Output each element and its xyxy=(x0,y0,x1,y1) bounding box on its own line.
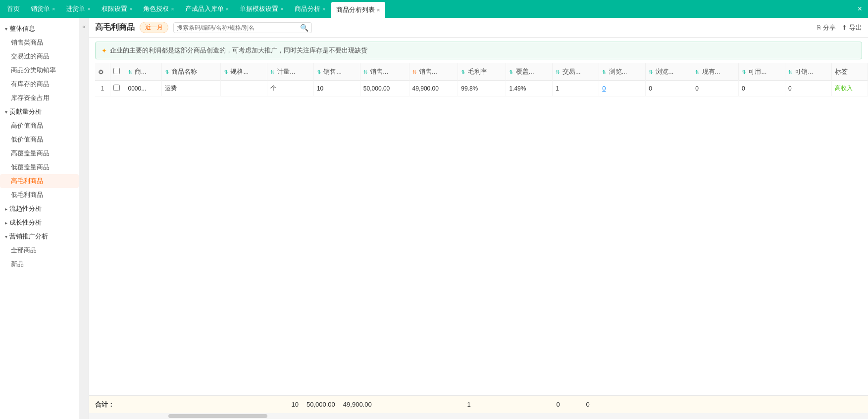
col-header-gross-margin[interactable]: ⇅ 毛利率 xyxy=(458,63,506,81)
sort-icon: ⇅ xyxy=(128,69,132,75)
footer-trade-times: 1 xyxy=(445,401,475,408)
sort-icon: ⇅ xyxy=(224,69,228,75)
sort-icon: ⇅ xyxy=(270,69,274,75)
col-header-current-stock[interactable]: ⇅ 现有... xyxy=(692,63,739,81)
sidebar-item-high-margin[interactable]: 高毛利商品 xyxy=(0,174,79,188)
tab-product-analysis-list[interactable]: 商品分析列表 × xyxy=(331,2,385,18)
info-banner: ✦ 企业的主要的利润都是这部分商品创造的，可考虑加大推广，同时关注库存是不要出现… xyxy=(95,42,862,59)
col-header-browse2[interactable]: ⇅ 浏览... xyxy=(646,63,692,81)
tab-purchase-order[interactable]: 进货单 × xyxy=(61,2,95,16)
tab-finished-goods[interactable]: 产成品入库单 × xyxy=(180,2,234,16)
col-header-spec[interactable]: ⇅ 规格... xyxy=(221,63,267,81)
share-button[interactable]: ⎘ 分享 xyxy=(817,23,836,32)
row-checkbox[interactable] xyxy=(110,81,125,96)
chevron-down-icon: ▾ xyxy=(5,109,7,115)
sort-icon: ⇅ xyxy=(649,69,653,75)
sort-icon: ⇅ xyxy=(742,69,746,75)
tab-permission-settings[interactable]: 权限设置 × xyxy=(97,2,137,16)
col-header-coverage[interactable]: ⇅ 覆盖... xyxy=(506,63,553,81)
sidebar-item-in-stock-goods[interactable]: 有库存的商品 xyxy=(0,77,79,91)
tab-role-auth[interactable]: 角色授权 × xyxy=(138,2,179,16)
main-layout: ▾ 整体信息 销售类商品 交易过的商品 商品分类助销率 有库存的商品 库存资金占… xyxy=(0,18,868,419)
col-header-sale-amount[interactable]: ⇅ 销售... xyxy=(360,63,409,81)
close-tab-icon[interactable]: × xyxy=(171,6,174,12)
footer-available-stock: 0 xyxy=(564,401,594,408)
col-header-name[interactable]: ⇅ 商品名称 xyxy=(162,63,221,81)
tab-product-analysis[interactable]: 商品分析 × xyxy=(290,2,330,16)
col-header-saleable[interactable]: ⇅ 可销... xyxy=(785,63,832,81)
row-browse1[interactable]: 0 xyxy=(599,81,646,96)
sidebar-item-category-sales-rate[interactable]: 商品分类助销率 xyxy=(0,63,79,77)
export-icon: ⬆ xyxy=(842,24,847,31)
info-icon: ✦ xyxy=(102,47,107,54)
search-icon[interactable]: 🔍 xyxy=(300,24,308,32)
row-num: 1 xyxy=(95,81,110,96)
horizontal-scrollbar[interactable] xyxy=(89,413,868,419)
scrollbar-thumb[interactable] xyxy=(168,414,267,418)
sort-icon: ⇅ xyxy=(412,69,416,75)
col-header-available-stock[interactable]: ⇅ 可用... xyxy=(739,63,785,81)
col-header-code[interactable]: ⇅ 商... xyxy=(125,63,162,81)
row-coverage: 1.49% xyxy=(506,81,553,96)
sort-icon: ⇅ xyxy=(363,69,367,75)
row-spec xyxy=(221,81,267,96)
col-header-browse1[interactable]: ⇅ 浏览... xyxy=(599,63,646,81)
footer-sale-profit: 49,900.00 xyxy=(339,401,376,408)
sidebar-group-trend[interactable]: ▸ 流趋性分析 xyxy=(0,202,79,216)
col-header-tag[interactable]: 标签 xyxy=(831,63,868,81)
close-tab-icon[interactable]: × xyxy=(52,6,55,12)
row-tag: 高收入 xyxy=(831,81,868,96)
table-wrapper: ⚙ ⇅ 商... ⇅ 商品名称 xyxy=(95,63,868,395)
sort-icon: ⇅ xyxy=(602,69,606,75)
col-header-unit[interactable]: ⇅ 计量... xyxy=(267,63,313,81)
col-header-trade-times[interactable]: ⇅ 交易... xyxy=(553,63,599,81)
sidebar-item-new-goods[interactable]: 新品 xyxy=(0,257,79,271)
sidebar-group-marketing[interactable]: ▾ 营销推广分析 xyxy=(0,230,79,243)
close-tab-icon[interactable]: × xyxy=(377,7,380,13)
sidebar-group-contribution[interactable]: ▾ 贡献量分析 xyxy=(0,105,79,119)
close-tab-icon[interactable]: × xyxy=(129,6,132,12)
sidebar-item-low-margin[interactable]: 低毛利商品 xyxy=(0,188,79,202)
close-tab-icon[interactable]: × xyxy=(87,6,90,12)
footer-label: 合计： xyxy=(95,400,114,409)
sidebar-group-overall[interactable]: ▾ 整体信息 xyxy=(0,22,79,36)
row-available-stock: 0 xyxy=(739,81,785,96)
footer-current-stock: 0 xyxy=(534,401,564,408)
filter-period-button[interactable]: 近一月 xyxy=(140,22,168,33)
sidebar-item-high-value[interactable]: 高价值商品 xyxy=(0,119,79,133)
close-tab-icon[interactable]: × xyxy=(280,6,283,12)
sidebar-item-low-coverage[interactable]: 低覆盖量商品 xyxy=(0,160,79,174)
row-unit: 个 xyxy=(267,81,313,96)
row-select-checkbox[interactable] xyxy=(113,85,120,91)
close-tab-icon[interactable]: × xyxy=(322,6,325,12)
export-button[interactable]: ⬆ 导出 xyxy=(842,23,862,32)
tab-home[interactable]: 首页 xyxy=(2,2,25,16)
search-input[interactable] xyxy=(177,24,298,31)
content-area: 高毛利商品 近一月 🔍 ⎘ 分享 ⬆ 导出 ✦ 企业的主要的利润都是这部分商品创… xyxy=(89,18,868,419)
sort-icon: ⇅ xyxy=(461,69,465,75)
tab-sales-order[interactable]: 销货单 × xyxy=(26,2,60,16)
sidebar-item-stock-capital[interactable]: 库存资金占用 xyxy=(0,91,79,105)
col-header-sale-profit[interactable]: ⇅ 销售... xyxy=(409,63,458,81)
sidebar-item-high-coverage[interactable]: 高覆盖量商品 xyxy=(0,146,79,160)
sidebar-item-traded-goods[interactable]: 交易过的商品 xyxy=(0,49,79,63)
sidebar-item-sales-goods[interactable]: 销售类商品 xyxy=(0,36,79,49)
data-table: ⚙ ⇅ 商... ⇅ 商品名称 xyxy=(95,63,868,96)
row-browse2: 0 xyxy=(646,81,692,96)
sidebar-group-growth[interactable]: ▸ 成长性分析 xyxy=(0,216,79,230)
search-box: 🔍 xyxy=(173,22,312,33)
sidebar-collapse-button[interactable]: « xyxy=(79,18,89,419)
select-all-checkbox[interactable] xyxy=(113,68,120,74)
sidebar-item-all-goods[interactable]: 全部商品 xyxy=(0,243,79,257)
settings-icon[interactable]: ⚙ xyxy=(98,68,104,76)
col-header-settings[interactable]: ⚙ xyxy=(95,63,110,81)
col-header-checkbox[interactable] xyxy=(110,63,125,81)
window-close-button[interactable]: × xyxy=(854,4,866,13)
chevron-down-icon: ▾ xyxy=(5,234,7,239)
chevron-right-icon: ▸ xyxy=(5,206,7,212)
tab-template-settings[interactable]: 单据模板设置 × xyxy=(235,2,288,16)
close-tab-icon[interactable]: × xyxy=(226,6,229,12)
sidebar-item-low-value[interactable]: 低价值商品 xyxy=(0,133,79,146)
col-header-sale-qty[interactable]: ⇅ 销售... xyxy=(313,63,360,81)
header-actions: ⎘ 分享 ⬆ 导出 xyxy=(817,23,862,32)
